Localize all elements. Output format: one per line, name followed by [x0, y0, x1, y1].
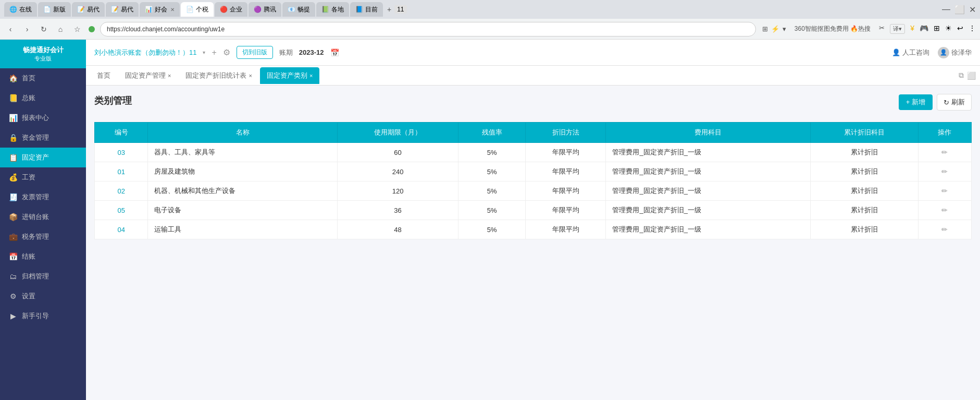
browser-tab-close-haohui[interactable]: ✕: [170, 7, 175, 13]
sidebar-item-archive[interactable]: 🗂 归档管理: [0, 266, 86, 286]
cut-icon[interactable]: ✂: [879, 24, 885, 34]
tab-home[interactable]: 首页: [90, 67, 117, 84]
content-area: 类别管理 + 新增 ↻ 刷新 编号 名称 使用期限（月） 残值率: [86, 86, 980, 400]
home-icon: 🏠: [8, 74, 18, 82]
minimize-btn[interactable]: —: [942, 5, 950, 14]
add-company-btn[interactable]: +: [212, 48, 216, 57]
guide-icon: ▶: [8, 312, 18, 320]
cell-action-1[interactable]: ✏: [918, 162, 971, 181]
tab-depreciation-table[interactable]: 固定资产折旧统计表 ×: [179, 67, 258, 84]
restore-icon[interactable]: ⧉: [959, 71, 964, 80]
browser-tab-changti[interactable]: 📧 畅提: [282, 2, 315, 17]
new-tab-btn[interactable]: +: [387, 5, 391, 14]
cell-method-1: 年限平均: [525, 162, 606, 181]
service-area[interactable]: 👤 人工咨询: [892, 48, 929, 57]
edit-icon-0[interactable]: ✏: [941, 148, 948, 156]
tab-count-badge[interactable]: 11: [394, 5, 406, 14]
sidebar-item-home[interactable]: 🏠 首页: [0, 68, 86, 88]
edit-icon-2[interactable]: ✏: [941, 187, 948, 195]
settings-btn[interactable]: ⚙: [223, 47, 230, 57]
settings-icon: ⚙: [8, 292, 18, 300]
sidebar-item-guide[interactable]: ▶ 新手引导: [0, 306, 86, 326]
archive-icon: 🗂: [8, 272, 18, 281]
company-dropdown-icon[interactable]: ▾: [203, 50, 205, 55]
add-btn[interactable]: + 新增: [899, 94, 933, 110]
address-icon1[interactable]: ⊞: [762, 25, 768, 33]
browser-tools: ✂ 译▾ ¥ 🎮 ⊞ ☀ ↩ ⋮: [879, 24, 976, 34]
cell-action-3[interactable]: ✏: [918, 201, 971, 220]
cell-residual-1: 5%: [458, 162, 525, 181]
lightning-icon[interactable]: ⚡: [771, 25, 779, 33]
tab-fixed-category[interactable]: 固定资产类别 ×: [260, 67, 319, 84]
tab-fixed-mgmt[interactable]: 固定资产管理 ×: [118, 67, 178, 84]
cell-name-0: 器具、工具、家具等: [148, 143, 337, 162]
service-label: 人工咨询: [902, 48, 929, 57]
sidebar-item-inventory[interactable]: 📦 进销台账: [0, 207, 86, 227]
browser-tab-yidai1[interactable]: 📝 易代: [72, 2, 105, 17]
category-table: 编号 名称 使用期限（月） 残值率 折旧方法 费用科目 累计折旧科目 操作 03…: [94, 122, 972, 239]
grid-icon[interactable]: ⊞: [934, 24, 940, 34]
page-tab-bar: 首页 固定资产管理 × 固定资产折旧统计表 × 固定资产类别 × ⧉ ⬜: [86, 66, 980, 86]
bookmark-btn[interactable]: ☆: [71, 23, 83, 35]
browser-tab-zaixian[interactable]: 🌐 在线: [4, 2, 37, 17]
maximize-btn[interactable]: ⬜: [954, 5, 965, 15]
cell-action-2[interactable]: ✏: [918, 181, 971, 201]
window-controls: — ⬜ ✕: [942, 5, 976, 15]
user-area[interactable]: 👤 徐泽华: [938, 47, 972, 58]
more-icon[interactable]: ⋮: [969, 24, 976, 34]
tab-close-category[interactable]: ×: [309, 72, 313, 79]
browser-tab-haohui[interactable]: 📊 好会 ✕: [140, 2, 180, 17]
company-name[interactable]: 刘小艳演示账套（勿删勿动！）11: [94, 48, 196, 57]
browser-tab-geshuui[interactable]: 📄 个税: [181, 2, 214, 17]
capital-icon: 🔒: [8, 134, 18, 142]
undo-icon[interactable]: ↩: [957, 24, 963, 34]
browser-tabs: 🌐 在线 📄 新版 📝 易代 📝 易代 📊 好会 ✕ 📄 个税 🔴 企业: [4, 2, 940, 17]
browser-tab-muqian[interactable]: 📘 目前: [350, 2, 383, 17]
cell-method-3: 年限平均: [525, 201, 606, 220]
sidebar-item-ledger[interactable]: 📒 总账: [0, 88, 86, 108]
switch-version-btn[interactable]: 切到旧版: [237, 46, 273, 59]
back-btn[interactable]: ‹: [4, 23, 17, 35]
tab-close-depreciation[interactable]: ×: [249, 72, 252, 79]
tab-close-fixed-mgmt[interactable]: ×: [168, 72, 171, 79]
reload-btn[interactable]: ↻: [38, 23, 50, 35]
sidebar-item-reports[interactable]: 📊 报表中心: [0, 108, 86, 128]
edit-icon-1[interactable]: ✏: [941, 167, 948, 176]
maximize-content-icon[interactable]: ⬜: [967, 71, 976, 80]
brightness-icon[interactable]: ☀: [945, 24, 952, 34]
coin-icon[interactable]: ¥: [910, 24, 914, 34]
close-window-btn[interactable]: ✕: [969, 5, 976, 15]
browser-tab-xinban[interactable]: 📄 新版: [38, 2, 71, 17]
ledger-icon: 📒: [8, 94, 18, 102]
sidebar-item-payroll[interactable]: 💰 工资: [0, 167, 86, 187]
address-bar[interactable]: [100, 22, 756, 37]
browser-tab-yidai2[interactable]: 📝 易代: [106, 2, 139, 17]
calendar-icon[interactable]: 📅: [330, 49, 339, 57]
sidebar-item-tax[interactable]: 💼 税务管理: [0, 227, 86, 247]
sidebar-item-fixed[interactable]: 📋 固定资产: [0, 148, 86, 167]
edit-icon-3[interactable]: ✏: [941, 206, 948, 214]
chevron-down-icon[interactable]: ▾: [783, 25, 786, 33]
browser-tab-gedi[interactable]: 📗 各地: [316, 2, 349, 17]
forward-btn[interactable]: ›: [21, 23, 33, 35]
sidebar-item-capital[interactable]: 🔒 资金管理: [0, 128, 86, 148]
browser-tab-tencent[interactable]: 🟣 腾讯: [249, 2, 281, 17]
refresh-btn[interactable]: ↻ 刷新: [937, 94, 972, 111]
period-value: 2023-12: [299, 49, 324, 56]
cell-action-4[interactable]: ✏: [918, 220, 971, 239]
sidebar-item-settings[interactable]: ⚙ 设置: [0, 286, 86, 306]
col-residual: 残值率: [458, 123, 525, 143]
main-content: 刘小艳演示账套（勿删勿动！）11 ▾ + ⚙ 切到旧版 账期 2023-12 📅…: [86, 40, 980, 400]
page-header-row: 类别管理 + 新增 ↻ 刷新: [94, 94, 972, 116]
browser-tab-qiye[interactable]: 🔴 企业: [215, 2, 247, 17]
cell-months-1: 240: [337, 162, 458, 181]
home-btn[interactable]: ⌂: [54, 23, 67, 35]
sidebar-item-invoice[interactable]: 🧾 发票管理: [0, 187, 86, 207]
page-title: 类别管理: [94, 94, 132, 107]
sidebar-item-closing[interactable]: 📅 结账: [0, 247, 86, 266]
cell-action-0[interactable]: ✏: [918, 143, 971, 162]
translate-btn[interactable]: 译▾: [890, 24, 905, 34]
edit-icon-4[interactable]: ✏: [941, 225, 948, 234]
game-icon[interactable]: 🎮: [920, 24, 928, 34]
cell-accumulated-0: 累计折旧: [810, 143, 918, 162]
